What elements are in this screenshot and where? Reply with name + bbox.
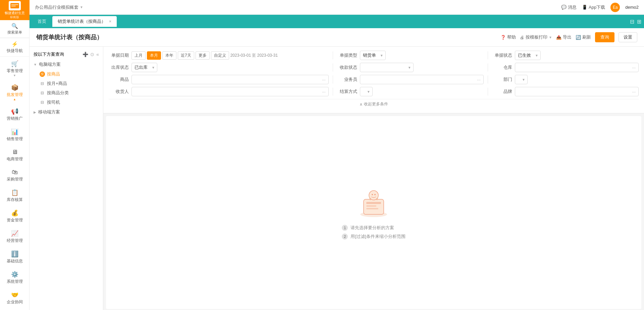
tab-active[interactable]: 销货单统计表（按商品） × bbox=[52, 16, 117, 27]
quicknav-button[interactable]: ⚡ 快捷导航 bbox=[7, 41, 23, 54]
sidebar-item-operations[interactable]: 📈 经营管理 bbox=[0, 226, 29, 247]
sidebar-item-purchase[interactable]: 🛍 采购管理 bbox=[0, 165, 29, 186]
tab-close-button[interactable]: × bbox=[109, 19, 111, 24]
date-btn-custom[interactable]: 自定义 bbox=[211, 51, 229, 60]
basic-label: 基础信息 bbox=[7, 258, 23, 264]
collapse-panel-button[interactable]: « bbox=[96, 52, 99, 57]
doctype-label: 单据类型 bbox=[337, 52, 357, 58]
quicknav-label: 快捷导航 bbox=[7, 48, 23, 54]
settings-label: 设置 bbox=[624, 35, 632, 40]
tab-minimize-button[interactable]: ⊟ bbox=[630, 18, 634, 25]
tree-group-mobile-label: 移动端方案 bbox=[38, 109, 60, 115]
help-button[interactable]: ❓ 帮助 bbox=[500, 34, 516, 40]
tree-group-desktop[interactable]: ▼ 电脑端方案 bbox=[30, 59, 103, 69]
add-scheme-button[interactable]: ➕ bbox=[83, 52, 88, 57]
outstatus-select[interactable]: 已出库 ▼ bbox=[131, 63, 157, 72]
recipient-input[interactable]: ··· bbox=[131, 87, 329, 96]
sidebar-item-retail[interactable]: 🛒 零售管理 ▼ bbox=[0, 57, 29, 81]
svg-rect-2 bbox=[364, 199, 384, 214]
collapse-label: 收起更多条件 bbox=[364, 101, 388, 107]
dept-chevron-icon: ▼ bbox=[522, 78, 525, 82]
salesperson-input[interactable]: ··· bbox=[360, 75, 484, 84]
filter-warehouse-item: 仓库 ··· bbox=[492, 63, 639, 72]
basic-icon: ℹ️ bbox=[11, 250, 18, 258]
by-category-label: 按商品分类 bbox=[47, 90, 69, 96]
logo-subtext: 标账版 bbox=[10, 15, 19, 19]
settings-button[interactable]: 设置 bbox=[619, 32, 637, 42]
chevron-down-icon: ▼ bbox=[80, 5, 83, 9]
industry-selector[interactable]: 办公用品行业模拟账套 ▼ bbox=[35, 4, 83, 10]
empty-tips: 1 请先选择要分析的方案 2 用[过滤]条件来缩小分析范围 bbox=[342, 225, 405, 240]
quicknav-section: ⚡ 快捷导航 bbox=[0, 38, 29, 57]
content-area: 按以下方案查询 ➕ ⊙ « ▼ 电脑端方案 按 按商品 bbox=[30, 47, 644, 310]
purchase-label: 采购管理 bbox=[7, 176, 23, 182]
export-button[interactable]: 📤 导出 bbox=[556, 34, 572, 40]
collectstatus-select[interactable]: ▼ bbox=[360, 63, 414, 72]
doctype-chevron-icon: ▼ bbox=[380, 54, 383, 57]
tree-item-by-goods[interactable]: 按 按商品 bbox=[30, 69, 103, 79]
collapse-filter-button[interactable]: ∧ 收起更多条件 bbox=[109, 99, 639, 109]
sidebar-item-ecommerce[interactable]: 🖥 电商管理 bbox=[0, 145, 29, 165]
print-label: 按模板打印 bbox=[526, 34, 547, 40]
date-label: 单据日期 bbox=[109, 52, 129, 58]
warehouse-input[interactable]: ··· bbox=[515, 63, 639, 72]
goods-input[interactable]: ··· bbox=[131, 75, 329, 84]
dept-select[interactable]: ▼ bbox=[515, 75, 528, 84]
date-btn-7days[interactable]: 近7天 bbox=[178, 51, 194, 60]
sidebar-item-newbie[interactable]: 🚀 新手引导 bbox=[0, 308, 29, 310]
payment-label: 结算方式 bbox=[337, 89, 357, 95]
outstatus-value: 已出库 bbox=[135, 64, 148, 70]
tab-home[interactable]: 首页 bbox=[32, 16, 52, 27]
message-label: 消息 bbox=[568, 4, 577, 10]
date-btn-more[interactable]: 更多 bbox=[196, 51, 210, 60]
inventory-label: 库存核算 bbox=[7, 197, 23, 203]
date-btn-this-month[interactable]: 本月 bbox=[147, 51, 161, 60]
doctype-select[interactable]: 销货单 ▼ bbox=[360, 51, 386, 60]
purchase-icon: 🛍 bbox=[12, 169, 18, 176]
filter-recipient-item: 收货人 ··· bbox=[109, 87, 329, 96]
brand-input[interactable]: ··· bbox=[515, 87, 639, 96]
search-menu-button[interactable]: 🔍 搜索菜单 bbox=[7, 23, 22, 35]
scheme-icon-1: ⊟ bbox=[40, 81, 45, 86]
sidebar-item-inventory[interactable]: 📋 库存核算 bbox=[0, 186, 29, 206]
date-btn-this-year[interactable]: 本年 bbox=[162, 51, 176, 60]
print-button[interactable]: 🖨 按模板打印 ▼ bbox=[520, 34, 552, 40]
payment-select[interactable]: ▼ bbox=[360, 87, 373, 96]
scheme-icon-2: ⊟ bbox=[40, 90, 45, 96]
right-panel: 单据日期 上月 本月 本年 近7天 更多 自定义 2023-03-01 至 20… bbox=[103, 47, 644, 310]
date-btn-last-month[interactable]: 上月 bbox=[131, 51, 146, 60]
query-button[interactable]: 查询 bbox=[595, 32, 614, 42]
refresh-button[interactable]: 🔄 刷新 bbox=[576, 34, 591, 40]
sidebar-item-basic[interactable]: ℹ️ 基础信息 bbox=[0, 247, 29, 267]
tab-maximize-button[interactable]: ⊞ bbox=[637, 18, 641, 25]
retail-label: 零售管理 bbox=[7, 68, 23, 74]
tree-item-by-category[interactable]: ⊟ 按商品分类 bbox=[30, 88, 103, 98]
username: demo2 bbox=[625, 5, 639, 10]
sidebar-item-sales[interactable]: 📊 销售管理 bbox=[0, 125, 29, 145]
avatar[interactable]: Ea bbox=[610, 3, 620, 12]
sidebar-item-system[interactable]: ⚙️ 系统管理 bbox=[0, 267, 29, 288]
tree-group-mobile[interactable]: ▶ 移动端方案 bbox=[30, 107, 103, 117]
tree-item-by-driver[interactable]: ⊟ 按司机 bbox=[30, 98, 103, 107]
sidebar-item-collab[interactable]: 🤝 企业协同 bbox=[0, 288, 29, 308]
filter-brand-item: 品牌 ··· bbox=[492, 87, 639, 96]
tree-item-by-month-goods[interactable]: ⊟ 按月+商品 bbox=[30, 79, 103, 88]
industry-label: 办公用品行业模拟账套 bbox=[35, 4, 78, 10]
settings-scheme-button[interactable]: ⊙ bbox=[90, 52, 94, 57]
sidebar-item-marketing[interactable]: 📢 营销推广 bbox=[0, 104, 29, 125]
logo-text: 畅捷通好生意 bbox=[5, 11, 25, 15]
query-label: 查询 bbox=[600, 35, 609, 40]
sidebar-item-finance[interactable]: 💰 资金管理 bbox=[0, 206, 29, 226]
docstatus-select[interactable]: 已生效 ▼ bbox=[515, 51, 541, 60]
sales-label: 销售管理 bbox=[7, 136, 23, 142]
app-download-label: App下载 bbox=[589, 4, 605, 10]
finance-label: 资金管理 bbox=[7, 217, 23, 223]
filter-docstatus-item: 单据状态 已生效 ▼ bbox=[492, 51, 639, 60]
message-button[interactable]: 💬 消息 bbox=[561, 4, 577, 10]
wholesale-label: 批发管理 bbox=[7, 92, 23, 98]
filter-row-2: 出库状态 已出库 ▼ 收款状态 bbox=[109, 63, 639, 72]
app-download-button[interactable]: 📱 App下载 bbox=[582, 4, 605, 10]
warehouse-dots-icon: ··· bbox=[632, 65, 636, 70]
inventory-icon: 📋 bbox=[11, 189, 18, 196]
sidebar-item-wholesale[interactable]: 📦 批发管理 ▲ bbox=[0, 81, 29, 104]
